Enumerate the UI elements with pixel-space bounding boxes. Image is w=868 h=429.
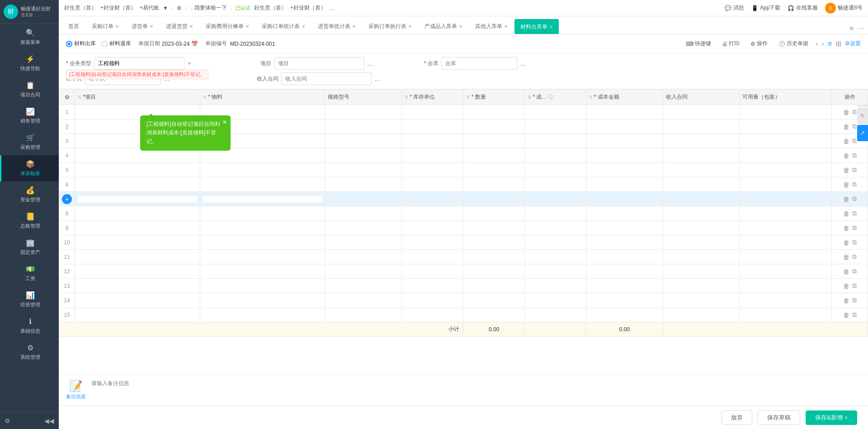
shortcut-btn[interactable]: ⌨ 快捷键 [682, 38, 715, 49]
warehouse-input[interactable] [441, 57, 517, 70]
row-qty[interactable] [463, 105, 525, 119]
copy-icon[interactable]: ⧉ [852, 152, 857, 159]
settings-link[interactable]: ⚙ [177, 5, 182, 11]
col-settings[interactable]: ⚙ [59, 90, 75, 105]
form-settings-btn[interactable]: ⚙设置 [845, 40, 861, 48]
print-btn[interactable]: 🖨 打印 [718, 38, 743, 49]
header-nav-yidaizhang[interactable]: +易代账 [140, 4, 159, 12]
save-draft-btn[interactable]: 保存草稿 [758, 410, 800, 425]
tooltip-close[interactable]: ✕ [222, 118, 227, 127]
sidebar-item-contract[interactable]: 📋 项目合同 [0, 76, 59, 103]
delete-icon[interactable]: 🗑 [843, 311, 849, 319]
tab-receipt-stat[interactable]: 进货单统计表 ✕ [312, 19, 362, 34]
sidebar-item-sales[interactable]: 📈 销售管理 [0, 103, 59, 129]
tab-order-exec[interactable]: 采购订单执行表 ✕ [363, 19, 418, 34]
sidebar-item-inventory[interactable]: 📦 库存核算 [0, 155, 59, 181]
tab-close-purchase-order[interactable]: ✕ [115, 24, 119, 29]
copy-icon[interactable]: ⧉ [852, 311, 857, 319]
header-nav-yecai2[interactable]: +好业财（首） [290, 4, 326, 12]
row-contract[interactable] [663, 105, 740, 119]
sidebar-item-assets[interactable]: 🏢 固定资产 [0, 234, 59, 260]
tab-close-order-stat[interactable]: ✕ [302, 24, 305, 29]
tab-receipt[interactable]: 进货单 ✕ [126, 19, 159, 34]
user-avatar[interactable]: 8 畅捷通8号 [825, 3, 863, 14]
copy-icon[interactable]: ⧉ [852, 181, 857, 188]
delete-icon[interactable]: 🗑 [843, 253, 849, 261]
history-btn[interactable]: 🕐 历史单据 [775, 38, 812, 49]
copy-icon[interactable]: ⧉ [852, 123, 857, 130]
income-contract-dots[interactable]: … [374, 75, 381, 82]
tab-close-expense[interactable]: ✕ [245, 24, 249, 29]
sidebar-item-finance[interactable]: 💰 资金管理 [0, 181, 59, 208]
nav-next-btn[interactable]: › [821, 40, 824, 48]
sort-material[interactable]: ⇅ [203, 95, 207, 100]
delete-icon[interactable]: 🗑 [843, 268, 849, 275]
certified-tag[interactable]: 已认证 [236, 5, 250, 11]
header-nav-ellipsis[interactable]: … [330, 5, 335, 11]
tab-close-return[interactable]: ✕ [189, 24, 193, 29]
message-btn[interactable]: 💬 消息 [725, 4, 744, 12]
delete-icon[interactable]: 🗑 [843, 239, 849, 246]
tab-close-other-receipt[interactable]: ✕ [504, 24, 508, 29]
copy-icon[interactable]: ⧉ [852, 166, 857, 174]
copy-icon[interactable]: ⧉ [852, 267, 857, 275]
sidebar-item-salary[interactable]: 💵 工资 [0, 260, 59, 286]
business-type-input[interactable] [94, 57, 184, 70]
radio-material-out[interactable]: 材料出库 [66, 40, 96, 48]
row-unit[interactable] [401, 105, 463, 119]
float-btn-3[interactable]: ↗ [857, 125, 868, 141]
tab-order-stat[interactable]: 采购订单统计表 ✕ [256, 19, 311, 34]
app-download-btn[interactable]: 📱 App下载 [751, 4, 780, 12]
tab-finished-goods[interactable]: 产成品入库单 ✕ [419, 19, 468, 34]
delete-icon[interactable]: 🗑 [843, 224, 849, 232]
copy-icon[interactable]: ⧉ [852, 224, 857, 232]
collapse-icon[interactable]: ◀◀ [44, 417, 54, 424]
delete-icon[interactable]: 🗑 [843, 138, 849, 145]
tab-other-receipt[interactable]: 其他入库单 ✕ [469, 19, 514, 34]
remarks-input[interactable] [91, 380, 861, 398]
tab-close-receipt-stat[interactable]: ✕ [352, 24, 356, 29]
sort-cost-amount[interactable]: ⇅ [589, 95, 593, 100]
calendar-icon[interactable]: 📅 [191, 41, 198, 47]
copy-icon[interactable]: ⧉ [852, 137, 857, 145]
copy-icon[interactable]: ⧉ [852, 296, 857, 304]
project-input[interactable] [274, 57, 364, 70]
delete-icon[interactable]: 🗑 [843, 181, 849, 188]
doc-date-value[interactable]: 2023-03-24 [162, 41, 189, 47]
experience-btn[interactable]: ○ 我要体验一下 [190, 4, 227, 12]
delete-icon[interactable]: 🗑 [843, 195, 849, 203]
radio-material-return[interactable]: 材料退库 [101, 40, 131, 48]
tab-close-finished-goods[interactable]: ✕ [459, 24, 462, 29]
header-nav-shengyi2[interactable]: 好生意（首） [254, 4, 287, 12]
close-all-icon[interactable]: ✕ [849, 25, 854, 32]
copy-icon[interactable]: ⧉ [852, 195, 857, 203]
more-tabs-icon[interactable]: ⋯ [858, 25, 864, 32]
copy-icon[interactable]: ⧉ [852, 238, 857, 246]
sort-project[interactable]: ⇅ [78, 95, 81, 100]
delete-icon[interactable]: 🗑 [843, 297, 849, 304]
sort-qty[interactable]: ⇅ [466, 95, 470, 100]
sidebar-item-management[interactable]: 📊 经营管理 [0, 286, 59, 313]
add-project-input[interactable] [78, 196, 197, 202]
row-cost-amount[interactable] [586, 105, 663, 119]
operation-btn[interactable]: ⚙ 操作 [747, 38, 771, 49]
project-dots[interactable]: … [367, 60, 373, 67]
sort-cost[interactable]: ⇅ [528, 95, 531, 100]
view-list-btn[interactable]: ≡ [828, 40, 832, 48]
sidebar-item-ledger[interactable]: 📒 总账管理 [0, 208, 59, 234]
sidebar-item-purchase[interactable]: 🛒 采购管理 [0, 129, 59, 155]
add-row-btn[interactable]: + [62, 194, 72, 204]
cost-info-icon[interactable]: ⓘ [548, 94, 553, 100]
copy-icon[interactable]: ⧉ [852, 282, 857, 290]
online-service-btn[interactable]: 🎧 在线客服 [788, 4, 818, 12]
copy-icon[interactable]: ⧉ [852, 253, 857, 261]
row-cost[interactable] [525, 105, 586, 119]
row-spec[interactable] [325, 105, 402, 119]
copy-icon[interactable]: ⧉ [852, 108, 857, 116]
tab-purchase-order[interactable]: 采购订单 ✕ [86, 19, 125, 34]
sidebar-item-search[interactable]: 🔍 搜索菜单 [0, 24, 59, 50]
header-nav-yecai[interactable]: +好业财（首） [100, 4, 136, 12]
delete-icon[interactable]: 🗑 [843, 167, 849, 174]
save-new-btn[interactable]: 保存&新增 ∧ [806, 410, 857, 425]
copy-icon[interactable]: ⧉ [852, 210, 857, 217]
